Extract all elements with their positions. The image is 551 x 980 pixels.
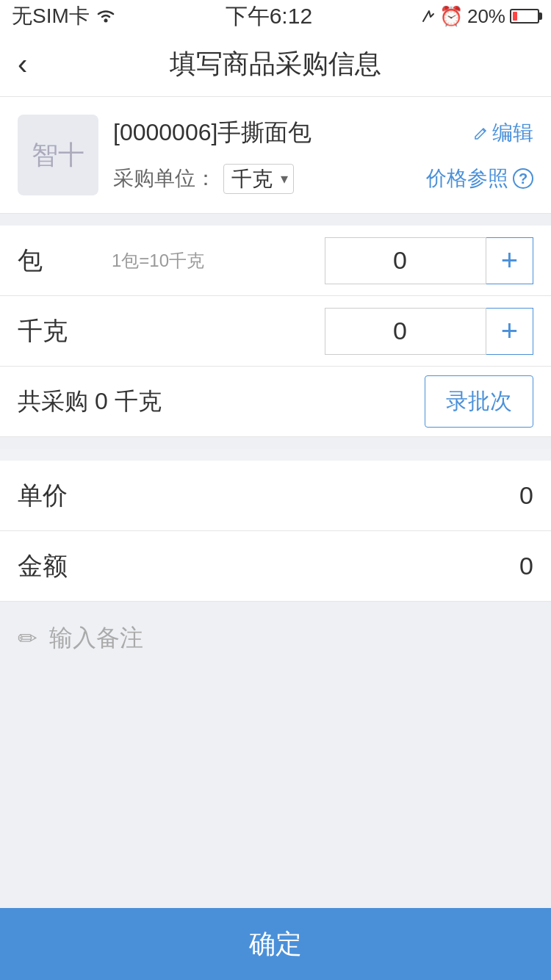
bag-input-row: 包 1包=10千克 + [0,226,551,296]
bag-label: 包 [18,244,106,278]
unit-row: 采购单位： 千克 价格参照 ? [113,164,533,194]
product-image: 智十 [18,115,98,195]
status-bar: 无SIM卡 下午6:12 ⏰ 20% [0,0,551,32]
unit-select[interactable]: 千克 [223,164,294,194]
unit-price-label: 单价 [18,479,519,513]
record-batch-button[interactable]: 录批次 [425,375,533,428]
battery-icon [510,9,539,24]
product-card: 智十 [0000006]手撕面包 编辑 采购单位： 千克 [0,97,551,214]
price-ref-icon: ? [513,168,533,189]
unit-price-value: 0 [519,481,533,510]
bag-input[interactable] [325,237,486,284]
info-section: 单价 0 金额 0 [0,461,551,602]
total-label: 共采购 0 千克 [18,386,425,418]
status-right: ⏰ 20% [422,5,539,28]
total-row: 共采购 0 千克 录批次 [0,367,551,437]
page-title: 填写商品采购信息 [170,46,381,82]
kg-label: 千克 [18,314,106,348]
bag-input-right: + [325,237,533,284]
kg-input-right: + [325,308,533,355]
unit-label: 采购单位： [113,165,216,192]
alarm-icon: ⏰ [439,5,463,28]
bag-plus-button[interactable]: + [486,237,533,284]
divider-1 [0,214,551,226]
kg-input[interactable] [325,308,486,355]
back-button[interactable]: ‹ [18,48,27,81]
pencil-icon: ✏ [18,624,37,652]
kg-input-row: 千克 + [0,296,551,367]
location-icon [422,5,435,28]
confirm-button[interactable]: 确定 [0,908,551,980]
carrier-label: 无SIM卡 [12,2,90,30]
amount-label: 金额 [18,550,519,583]
wifi-icon [96,4,116,28]
product-info: [0000006]手撕面包 编辑 采购单位： 千克 价格参照 [113,117,533,194]
input-section: 包 1包=10千克 + 千克 + 共采购 0 千克 录批次 [0,226,551,437]
status-left: 无SIM卡 [12,2,116,30]
amount-value: 0 [519,552,533,580]
remarks-placeholder: 输入备注 [49,622,143,655]
product-name: [0000006]手撕面包 [113,117,311,149]
price-ref-label: 价格参照 [426,165,508,192]
price-ref-button[interactable]: 价格参照 ? [426,165,533,192]
bottom-fill-area [0,675,551,925]
battery-percent: 20% [467,5,505,28]
svg-point-0 [104,19,107,23]
edit-button[interactable]: 编辑 [473,119,533,147]
kg-plus-button[interactable]: + [486,308,533,355]
confirm-button-label: 确定 [249,926,302,962]
product-logo: 智十 [32,142,84,168]
unit-select-wrap[interactable]: 千克 [223,164,294,194]
remarks-section[interactable]: ✏ 输入备注 [0,602,551,675]
divider-2 [0,437,551,449]
nav-bar: ‹ 填写商品采购信息 [0,32,551,97]
bag-sub-label: 1包=10千克 [112,249,325,273]
status-time: 下午6:12 [226,1,312,32]
product-name-row: [0000006]手撕面包 编辑 [113,117,533,149]
amount-row: 金额 0 [0,531,551,602]
unit-price-row: 单价 0 [0,461,551,531]
